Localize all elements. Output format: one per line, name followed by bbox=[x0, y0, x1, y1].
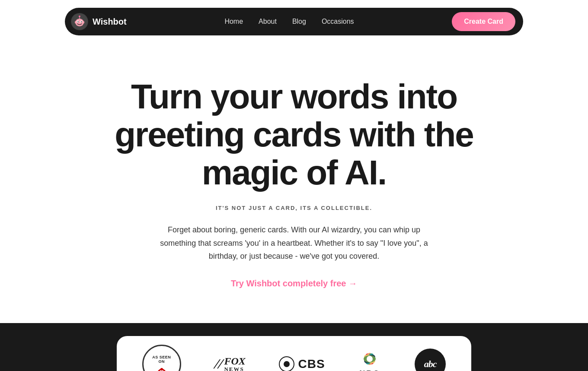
svg-point-7 bbox=[79, 16, 80, 17]
as-seen-on-badge: AS SEEN ON bbox=[142, 345, 181, 371]
fox-sub: NEWS bbox=[224, 366, 245, 371]
nav-item-blog[interactable]: Blog bbox=[292, 18, 306, 25]
nav-link-occasions[interactable]: Occasions bbox=[322, 18, 354, 25]
fox-news-logo: // FOX NEWS bbox=[215, 356, 246, 371]
cbs-eye-pupil bbox=[284, 361, 290, 367]
nav-logo bbox=[71, 13, 88, 30]
svg-point-1 bbox=[75, 19, 84, 26]
cbs-logo-container: CBS bbox=[279, 356, 325, 371]
nav-link-home[interactable]: Home bbox=[224, 18, 243, 25]
nbc-text: NBC bbox=[359, 369, 380, 371]
nav-link-about[interactable]: About bbox=[259, 18, 277, 25]
hero-description: Forget about boring, generic cards. With… bbox=[156, 223, 432, 263]
abc-logo: abc bbox=[415, 349, 446, 371]
nav-links: Home About Blog Occasions bbox=[224, 18, 354, 25]
nav-link-blog[interactable]: Blog bbox=[292, 18, 306, 25]
fox-logo-container: // FOX NEWS bbox=[215, 356, 246, 371]
fox-name: FOX bbox=[224, 356, 245, 366]
press-logos-container: AS SEEN ON // FOX NEWS bbox=[117, 336, 471, 371]
svg-rect-8 bbox=[75, 21, 76, 23]
brand-name: Wishbot bbox=[93, 17, 127, 27]
wishbot-icon bbox=[71, 13, 88, 30]
nav-item-home[interactable]: Home bbox=[224, 18, 243, 25]
as-seen-on-line2: ON bbox=[159, 360, 165, 364]
svg-point-5 bbox=[81, 21, 82, 22]
svg-rect-9 bbox=[83, 21, 84, 23]
fox-slash: // bbox=[213, 356, 224, 371]
hero-section: Turn your words into greeting cards with… bbox=[99, 43, 489, 314]
svg-point-4 bbox=[77, 21, 78, 22]
press-section: AS SEEN ON // FOX NEWS bbox=[0, 323, 588, 371]
svg-point-17 bbox=[367, 356, 373, 362]
nav-brand[interactable]: Wishbot bbox=[71, 13, 127, 30]
cbs-logo: CBS bbox=[279, 356, 325, 371]
navbar: Wishbot Home About Blog Occasions Create… bbox=[65, 8, 523, 35]
cbs-text: CBS bbox=[298, 357, 325, 371]
cbs-eye-circle bbox=[279, 356, 294, 371]
as-seen-on-circle: AS SEEN ON bbox=[142, 345, 181, 371]
abc-circle: abc bbox=[415, 349, 446, 371]
fox-text: FOX NEWS bbox=[224, 356, 245, 371]
abc-text: abc bbox=[424, 358, 437, 370]
create-card-button[interactable]: Create Card bbox=[452, 12, 515, 31]
nav-item-occasions[interactable]: Occasions bbox=[322, 18, 354, 25]
hero-subtitle: IT'S NOT JUST A CARD, ITS A COLLECTIBLE. bbox=[108, 205, 480, 211]
nbc-logo: NBC bbox=[358, 349, 381, 371]
hero-title: Turn your words into greeting cards with… bbox=[108, 78, 480, 192]
nav-item-about[interactable]: About bbox=[259, 18, 277, 25]
hero-cta-link[interactable]: Try Wishbot completely free → bbox=[231, 279, 357, 289]
radio-icon bbox=[156, 364, 168, 371]
nbc-peacock-icon bbox=[358, 349, 381, 368]
